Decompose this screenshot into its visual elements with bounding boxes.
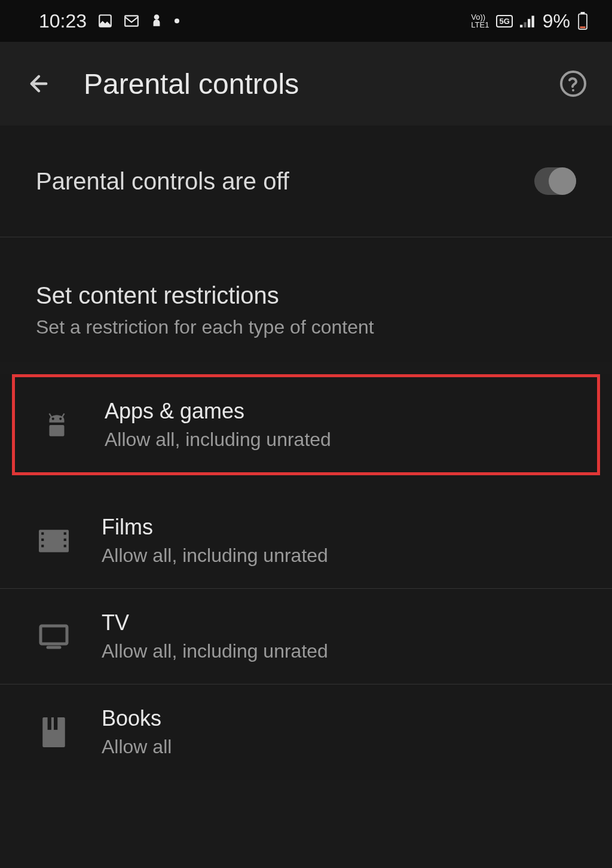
dot-icon [174,18,180,24]
svg-rect-6 [528,19,530,27]
status-time: 10:23 [39,10,87,32]
content-restrictions-list: Apps & games Allow all, including unrate… [0,374,612,780]
arrow-left-icon [26,71,51,96]
list-item-desc: Allow all, including unrated [102,545,576,567]
toggle-row: Parental controls are off [0,126,612,237]
app-icon [150,13,163,29]
list-item-desc: Allow all [102,736,576,758]
svg-point-2 [154,14,160,20]
battery-icon [577,12,588,30]
svg-rect-13 [50,425,65,436]
list-item-title: Films [102,515,576,540]
gmail-icon [124,14,139,27]
svg-rect-7 [531,16,534,27]
page-title: Parental controls [84,68,528,100]
network-type-badge: 5G [496,15,512,27]
android-icon [39,407,75,443]
tv-icon [36,619,72,655]
list-item-desc: Allow all, including unrated [105,429,573,451]
section-subtitle: Set a restriction for each type of conte… [36,316,576,338]
toggle-knob [549,167,576,195]
status-left: 10:23 [39,10,180,32]
list-item-title: Books [102,706,576,731]
list-item-content: Books Allow all [102,706,576,758]
back-button[interactable] [24,69,54,99]
list-item-books[interactable]: Books Allow all [0,684,612,780]
svg-point-12 [572,89,574,91]
battery-percent: 9% [543,10,570,32]
svg-rect-16 [41,538,44,540]
svg-rect-18 [64,532,66,534]
svg-rect-24 [54,717,57,730]
svg-rect-17 [41,545,44,547]
svg-rect-15 [41,532,44,534]
svg-rect-20 [64,545,66,547]
parental-controls-toggle[interactable] [534,167,576,195]
restrictions-section-header: Set content restrictions Set a restricti… [0,237,612,362]
svg-rect-4 [520,25,522,27]
spacer [0,475,612,493]
network-label: Vo)) LTE1 [471,13,489,29]
section-title: Set content restrictions [36,282,576,309]
svg-rect-21 [41,626,67,644]
list-item-content: Films Allow all, including unrated [102,515,576,567]
svg-rect-19 [64,538,66,540]
svg-rect-10 [580,26,585,28]
list-item-films[interactable]: Films Allow all, including unrated [0,493,612,589]
svg-rect-5 [524,22,526,27]
book-icon [36,714,72,750]
list-item-desc: Allow all, including unrated [102,640,576,662]
svg-rect-1 [125,16,138,26]
toggle-label: Parental controls are off [36,168,289,195]
svg-rect-23 [48,717,51,730]
help-icon [559,69,587,98]
list-item-title: Apps & games [105,399,573,424]
list-item-title: TV [102,610,576,635]
help-button[interactable] [558,69,588,99]
image-icon [97,13,113,29]
svg-point-3 [175,19,179,23]
film-icon [36,523,72,559]
app-header: Parental controls [0,42,612,126]
signal-icon [520,14,536,27]
list-item-apps-games[interactable]: Apps & games Allow all, including unrate… [12,374,600,475]
list-item-content: TV Allow all, including unrated [102,610,576,662]
status-bar: 10:23 Vo)) LTE1 5G 9% [0,0,612,42]
status-right: Vo)) LTE1 5G 9% [471,10,588,32]
list-item-content: Apps & games Allow all, including unrate… [105,399,573,451]
list-item-tv[interactable]: TV Allow all, including unrated [0,589,612,684]
